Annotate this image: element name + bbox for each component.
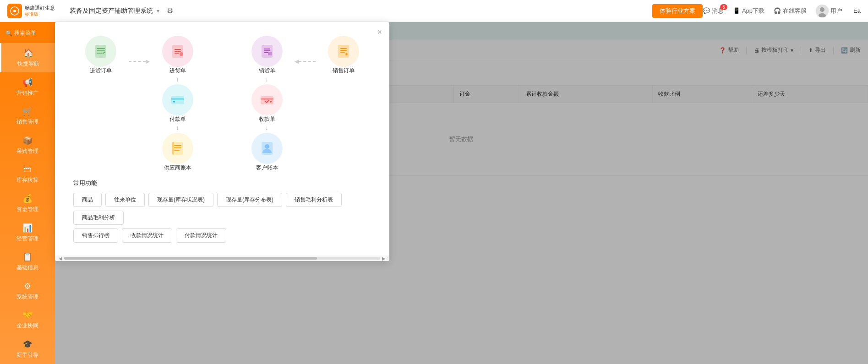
sidebar: 🔍 搜索菜单 🏠 快捷导航 📢 营销推广 🛒 销售管理 📦 采购管理 🗃 库存核…	[0, 22, 55, 364]
sidebar-search[interactable]: 🔍 搜索菜单	[0, 26, 55, 41]
func-btn-trading-unit[interactable]: 往来单位	[105, 193, 145, 207]
top-header: 畅康通好生意 标准版 装备及固定资产辅助管理系统 ▾ ⚙ 体验行业方案 💬 消息…	[0, 0, 868, 22]
search-icon: 🔍	[5, 30, 12, 37]
common-functions-section: 常用功能 商品 往来单位 现存量(库存状况表) 现存量(库存分布表) 销售毛利分…	[73, 179, 371, 243]
online-service-button[interactable]: 🎧 在线客服	[774, 7, 807, 15]
sidebar-item-label-purchase: 采购管理	[16, 148, 38, 155]
flow-sales-bill-label: 销货单	[259, 67, 275, 75]
logo-area: 畅康通好生意 标准版	[7, 4, 62, 18]
inventory-icon: 🗃	[22, 164, 33, 175]
func-btn-stock-dist[interactable]: 现存量(库存分布表)	[217, 193, 282, 207]
basic-info-icon: 📋	[22, 251, 33, 262]
svg-rect-14	[261, 98, 273, 100]
system-dropdown-icon[interactable]: ▾	[157, 8, 159, 14]
flow-sales-bill-circle[interactable]	[251, 36, 283, 67]
scroll-left-button[interactable]: ◀	[57, 256, 64, 261]
svg-point-2	[820, 7, 824, 12]
func-btn-product[interactable]: 商品	[73, 193, 102, 207]
func-btn-collection-stats[interactable]: 收款情况统计	[122, 228, 172, 243]
sidebar-item-quick-nav[interactable]: 🏠 快捷导航	[0, 43, 55, 72]
flow-customer-ledger-label: 客户账本	[256, 164, 278, 172]
svg-point-19	[265, 144, 269, 149]
sales-icon: 🛒	[22, 106, 33, 117]
sidebar-item-label-marketing: 营销推广	[16, 90, 38, 97]
sidebar-item-newbie[interactable]: 🎓 新手引导	[0, 334, 55, 364]
common-functions-title: 常用功能	[73, 179, 371, 187]
flow-purchase-order-circle[interactable]	[85, 36, 116, 67]
operations-icon: 📊	[22, 223, 33, 234]
svg-point-6	[180, 52, 183, 56]
sidebar-item-operations[interactable]: 📊 经营管理	[0, 218, 55, 247]
scrollbar-track[interactable]	[64, 257, 380, 260]
scroll-right-button[interactable]: ▶	[380, 256, 388, 261]
sidebar-item-label: 快捷导航	[17, 60, 39, 68]
flow-purchase-order-label: 进货订单	[90, 67, 112, 75]
settings-icon[interactable]: ⚙	[167, 6, 173, 15]
func-btn-stock-status[interactable]: 现存量(库存状况表)	[148, 193, 213, 207]
flow-payment-bill-circle[interactable]	[162, 84, 193, 115]
flow-purchase-bill-label: 进货单	[169, 67, 186, 75]
phone-icon: 📱	[733, 7, 740, 14]
flow-receipt-bill-circle[interactable]	[251, 84, 283, 115]
svg-rect-17	[172, 142, 174, 155]
svg-point-12	[173, 101, 175, 103]
logo-icon	[7, 4, 22, 18]
function-buttons-row1: 商品 往来单位 现存量(库存状况表) 现存量(库存分布表) 销售毛利分析表 商品…	[73, 193, 371, 225]
flow-customer-ledger-circle[interactable]	[251, 133, 283, 164]
svg-rect-8	[268, 52, 272, 55]
sidebar-item-label-newbie: 新手引导	[16, 352, 38, 359]
func-btn-sales-ranking[interactable]: 销售排行榜	[73, 228, 118, 243]
message-badge: 5	[720, 4, 727, 10]
flow-payment-bill-label: 付款单	[169, 115, 186, 123]
modal-scrollbar: ◀ ▶	[55, 255, 389, 261]
sidebar-item-label-operations: 经营管理	[16, 235, 38, 243]
app-download-button[interactable]: 📱 App下载	[733, 7, 764, 15]
flow-purchase-bill-circle[interactable]	[162, 36, 193, 67]
logo-text: 畅康通好生意 标准版	[25, 5, 55, 17]
enterprise-icon: 🤝	[22, 310, 33, 321]
try-industry-button[interactable]: 体验行业方案	[652, 4, 703, 18]
func-btn-payment-stats[interactable]: 付款情况统计	[176, 228, 226, 243]
sidebar-item-sales[interactable]: 🛒 销售管理	[0, 101, 55, 130]
sidebar-item-label-basic-info: 基础信息	[16, 264, 38, 272]
sidebar-item-label-enterprise: 企业协同	[16, 322, 38, 330]
message-icon: 💬	[703, 7, 710, 14]
flow-supplier-ledger-circle[interactable]	[162, 133, 193, 164]
sidebar-item-inventory[interactable]: 🗃 库存核算	[0, 159, 55, 189]
system-icon: ⚙	[22, 281, 33, 292]
svg-point-15	[270, 101, 272, 103]
marketing-icon: 📢	[22, 77, 33, 88]
function-buttons-row2: 销售排行榜 收款情况统计 付款情况统计	[73, 228, 371, 243]
sidebar-item-label-system: 系统管理	[16, 293, 38, 301]
sidebar-item-system[interactable]: ⚙ 系统管理	[0, 276, 55, 305]
flow-receipt-bill-label: 收款单	[259, 115, 275, 123]
sidebar-item-label-sales: 销售管理	[16, 119, 38, 126]
sidebar-item-finance[interactable]: 💰 资金管理	[0, 189, 55, 218]
sidebar-item-marketing[interactable]: 📢 营销推广	[0, 72, 55, 102]
quick-nav-icon: 🏠	[23, 48, 34, 59]
sidebar-item-enterprise[interactable]: 🤝 企业协同	[0, 305, 55, 334]
flow-sales-order-circle[interactable]	[328, 36, 359, 67]
system-title-area: 装备及固定资产辅助管理系统 ▾ ⚙	[70, 6, 645, 15]
extra-text: Ea	[853, 7, 861, 14]
modal-overlay: × 进货订单 ▶	[55, 22, 868, 364]
user-area[interactable]: 用户	[816, 5, 842, 17]
sidebar-item-label-finance: 资金管理	[16, 206, 38, 213]
newbie-icon: 🎓	[22, 339, 33, 350]
header-right: 💬 消息 5 📱 App下载 🎧 在线客服 用户 Ea	[703, 5, 861, 17]
modal-close-button[interactable]: ×	[377, 27, 382, 37]
func-btn-product-margin[interactable]: 商品毛利分析	[73, 211, 124, 225]
finance-icon: 💰	[22, 193, 33, 204]
purchase-icon: 📦	[22, 135, 33, 146]
flow-supplier-ledger-label: 供应商账本	[164, 164, 191, 172]
modal-content: 进货订单 ▶ 进货单	[55, 22, 389, 255]
sidebar-item-basic-info[interactable]: 📋 基础信息	[0, 247, 55, 276]
modal-box: × 进货订单 ▶	[55, 22, 389, 261]
flow-sales-order-label: 销售订单	[333, 67, 355, 75]
sidebar-item-purchase[interactable]: 📦 采购管理	[0, 130, 55, 160]
message-button[interactable]: 💬 消息 5	[703, 7, 724, 15]
func-btn-sales-margin[interactable]: 销售毛利分析表	[286, 193, 342, 207]
svg-rect-11	[171, 98, 184, 100]
user-avatar	[816, 5, 829, 17]
headset-icon: 🎧	[774, 7, 781, 14]
